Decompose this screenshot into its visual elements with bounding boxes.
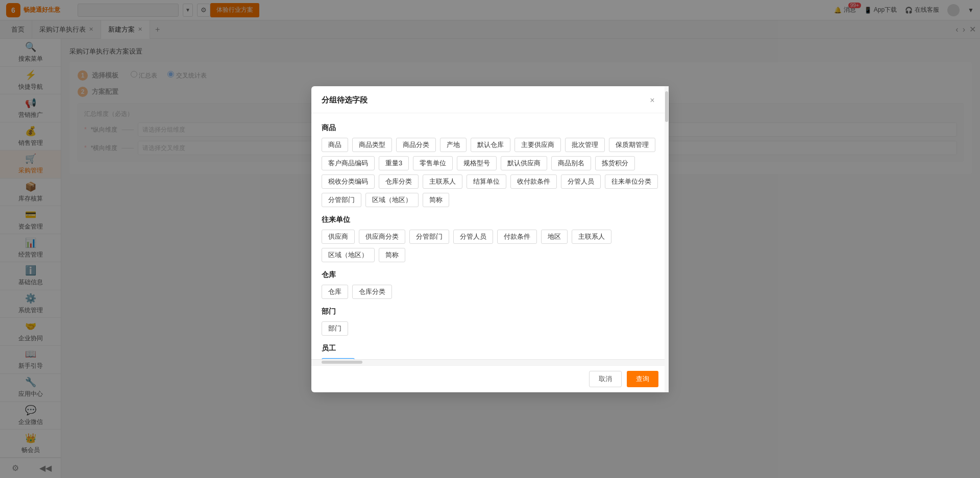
field-tag-goods-21[interactable]: 往来单位分类 [605,174,658,189]
field-tag-goods-4[interactable]: 默认仓库 [471,138,510,152]
field-tag-goods-11[interactable]: 规格型号 [457,156,497,170]
modal-title: 分组待选字段 [322,95,368,105]
section-label-dept: 部门 [322,307,658,316]
field-tag-goods-19[interactable]: 收付款条件 [510,174,557,189]
field-tag-goods-23[interactable]: 区域（地区） [365,193,419,207]
field-tag-partner-0[interactable]: 供应商 [322,230,355,244]
field-tag-goods-18[interactable]: 结算单位 [467,174,506,189]
field-tag-goods-24[interactable]: 简称 [423,193,449,207]
field-select-modal: 分组待选字段 × 商品 商品 商品类型 商品分类 产地 默认仓库 主要供应商 批… [311,86,669,392]
field-tag-partner-7[interactable]: 区域（地区） [322,248,375,262]
modal-h-thumb [322,361,362,364]
field-tag-partner-6[interactable]: 主联系人 [572,230,611,244]
field-tag-goods-6[interactable]: 批次管理 [565,138,605,152]
field-tag-goods-20[interactable]: 分管人员 [561,174,601,189]
field-tag-goods-17[interactable]: 主联系人 [423,174,462,189]
field-tag-goods-0[interactable]: 商品 [322,138,348,152]
section-label-employee: 员工 [322,344,658,353]
field-tag-partner-5[interactable]: 地区 [541,230,568,244]
cancel-button[interactable]: 取消 [589,371,622,387]
confirm-button[interactable]: 查询 [627,371,658,387]
field-tag-goods-22[interactable]: 分管部门 [322,193,361,207]
field-tag-partner-1[interactable]: 供应商分类 [359,230,405,244]
field-tag-goods-5[interactable]: 主要供应商 [514,138,561,152]
section-label-partner: 往来单位 [322,215,658,224]
tag-group-dept: 部门 [322,321,658,336]
field-tag-dept-0[interactable]: 部门 [322,321,348,336]
tag-group-partner: 供应商 供应商分类 分管部门 分管人员 付款条件 地区 主联系人 区域（地区） … [322,230,658,262]
field-tag-partner-4[interactable]: 付款条件 [497,230,537,244]
field-tag-goods-15[interactable]: 税收分类编码 [322,174,375,189]
field-tag-partner-3[interactable]: 分管人员 [453,230,493,244]
modal-footer: 取消 查询 [311,365,669,392]
field-tag-goods-12[interactable]: 默认供应商 [501,156,547,170]
field-tag-goods-14[interactable]: 拣货积分 [595,156,635,170]
field-tag-goods-7[interactable]: 保质期管理 [609,138,655,152]
modal-v-scrollbar[interactable] [665,86,669,392]
field-tag-goods-1[interactable]: 商品类型 [352,138,392,152]
field-tag-goods-9[interactable]: 重量3 [379,156,409,170]
field-tag-partner-8[interactable]: 简称 [379,248,405,262]
field-tag-partner-2[interactable]: 分管部门 [409,230,449,244]
modal-header: 分组待选字段 × [311,86,669,113]
modal-close-button[interactable]: × [646,94,658,107]
section-label-goods: 商品 [322,123,658,133]
modal-h-scrollbar[interactable] [311,359,669,365]
field-tag-goods-10[interactable]: 零售单位 [413,156,453,170]
field-tag-warehouse-1[interactable]: 仓库分类 [352,285,392,299]
field-tag-warehouse-0[interactable]: 仓库 [322,285,348,299]
field-tag-goods-16[interactable]: 仓库分类 [379,174,419,189]
modal-v-thumb [665,91,668,122]
tag-group-warehouse: 仓库 仓库分类 [322,285,658,299]
field-tag-goods-8[interactable]: 客户商品编码 [322,156,375,170]
tag-group-goods: 商品 商品类型 商品分类 产地 默认仓库 主要供应商 批次管理 保质期管理 客户… [322,138,658,207]
modal-body[interactable]: 商品 商品 商品类型 商品分类 产地 默认仓库 主要供应商 批次管理 保质期管理… [311,113,669,359]
section-label-warehouse: 仓库 [322,270,658,280]
field-tag-goods-2[interactable]: 商品分类 [396,138,436,152]
field-tag-goods-13[interactable]: 商品别名 [551,156,591,170]
modal-overlay: 分组待选字段 × 商品 商品 商品类型 商品分类 产地 默认仓库 主要供应商 批… [0,0,980,478]
field-tag-goods-3[interactable]: 产地 [440,138,467,152]
